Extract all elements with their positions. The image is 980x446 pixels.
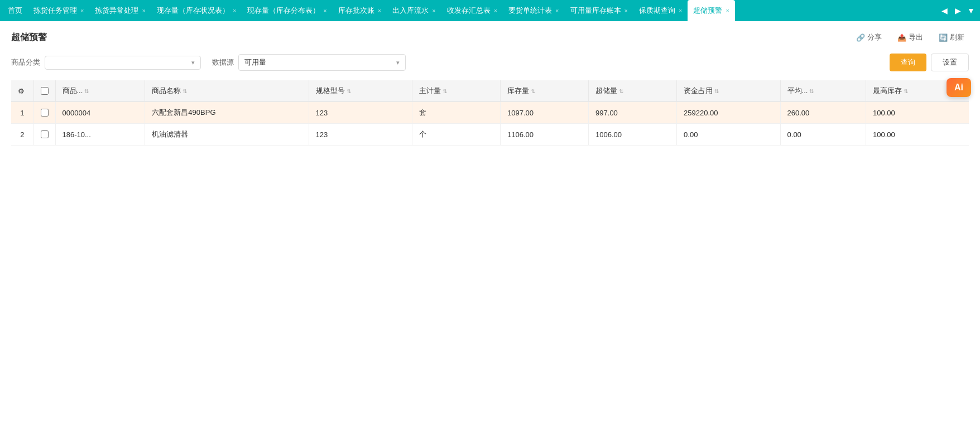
cell-stock: 1106.00	[501, 124, 589, 146]
table-header-row: ⚙ 商品... ⇅ 商品名称 ⇅	[11, 80, 969, 102]
sort-icon: ⇅	[619, 88, 623, 94]
datasource-value: 可用量	[244, 57, 266, 67]
sort-icon: ⇅	[904, 88, 908, 94]
row-checkbox-cell	[33, 102, 55, 124]
sort-icon: ⇅	[531, 88, 535, 94]
nav-item-home[interactable]: 首页	[2, 0, 28, 21]
close-icon[interactable]: ×	[679, 7, 682, 14]
cell-unit: 个	[412, 124, 501, 146]
cell-name: 机油滤清器	[145, 124, 309, 146]
category-select[interactable]: ▾	[45, 56, 201, 70]
close-icon[interactable]: ×	[494, 7, 497, 14]
nav-item-available[interactable]: 可用量库存账本 ×	[565, 0, 633, 21]
category-filter: 商品分类 ▾	[11, 56, 201, 70]
sort-icon: ⇅	[347, 88, 351, 94]
chevron-down-icon: ▾	[396, 59, 400, 66]
sort-icon: ⇅	[182, 88, 187, 94]
cell-over: 1006.00	[589, 124, 677, 146]
datasource-filter: 数据源 可用量 ▾	[212, 54, 406, 71]
cell-avg: 0.00	[780, 124, 866, 146]
cell-avg: 260.00	[780, 102, 866, 124]
chevron-down-icon: ▾	[191, 59, 195, 66]
nav-item-overstock[interactable]: 超储预警 ×	[688, 0, 734, 21]
cell-capital: 0.00	[677, 124, 780, 146]
cell-max: 100.00	[866, 102, 969, 124]
export-icon: 📤	[897, 33, 906, 42]
nav-item-pick-task[interactable]: 拣货任务管理 ×	[28, 0, 89, 21]
sort-icon: ⇅	[809, 88, 814, 94]
row-checkbox[interactable]	[41, 109, 49, 117]
select-all-checkbox[interactable]	[41, 87, 49, 95]
close-icon[interactable]: ×	[233, 7, 236, 14]
nav-item-summary[interactable]: 收发存汇总表 ×	[441, 0, 503, 21]
refresh-icon: 🔄	[939, 33, 948, 42]
column-settings[interactable]: ⚙	[11, 80, 33, 102]
column-name[interactable]: 商品名称 ⇅	[145, 80, 309, 102]
top-navigation: 首页 拣货任务管理 × 拣货异常处理 × 现存量（库存状况表） × 现存量（库存…	[0, 0, 980, 21]
gear-icon[interactable]: ⚙	[18, 87, 25, 95]
sort-icon: ⇅	[443, 88, 447, 94]
column-capital[interactable]: 资金占用 ⇅	[677, 80, 780, 102]
column-over[interactable]: 超储量 ⇅	[589, 80, 677, 102]
close-icon[interactable]: ×	[555, 7, 559, 14]
table-row: 2 186-10... 机油滤清器 123 个 1106.00 1006.00 …	[11, 124, 969, 146]
row-number: 2	[11, 124, 33, 146]
sort-icon: ⇅	[84, 88, 89, 94]
nav-more-button[interactable]: ▼	[964, 0, 978, 21]
nav-item-stock-dist[interactable]: 现存量（库存分布表） ×	[242, 0, 332, 21]
category-label: 商品分类	[11, 57, 40, 67]
nav-item-batch[interactable]: 库存批次账 ×	[333, 0, 387, 21]
sort-icon: ⇅	[714, 88, 719, 94]
cell-max: 100.00	[866, 124, 969, 146]
nav-item-stock-status[interactable]: 现存量（库存状况表） ×	[151, 0, 242, 21]
data-table: ⚙ 商品... ⇅ 商品名称 ⇅	[11, 80, 969, 146]
cell-code: 186-10...	[55, 124, 145, 146]
ai-button[interactable]: Ai	[947, 78, 971, 97]
close-icon[interactable]: ×	[624, 7, 628, 14]
nav-item-pick-exception[interactable]: 拣货异常处理 ×	[89, 0, 151, 21]
cell-stock: 1097.00	[501, 102, 589, 124]
column-stock[interactable]: 库存量 ⇅	[501, 80, 589, 102]
column-code[interactable]: 商品... ⇅	[55, 80, 145, 102]
row-checkbox-cell	[33, 124, 55, 146]
column-avg[interactable]: 平均... ⇅	[780, 80, 866, 102]
column-checkbox	[33, 80, 55, 102]
share-button[interactable]: 🔗 分享	[852, 30, 886, 45]
cell-spec: 123	[309, 124, 412, 146]
close-icon[interactable]: ×	[726, 7, 729, 14]
settings-button[interactable]: 设置	[931, 54, 969, 71]
close-icon[interactable]: ×	[80, 7, 84, 14]
datasource-label: 数据源	[212, 57, 234, 67]
cell-unit: 套	[412, 102, 501, 124]
query-button[interactable]: 查询	[890, 54, 926, 71]
close-icon[interactable]: ×	[323, 7, 326, 14]
nav-next-button[interactable]: ▶	[951, 0, 964, 21]
close-icon[interactable]: ×	[142, 7, 145, 14]
nav-item-expiry[interactable]: 保质期查询 ×	[633, 0, 688, 21]
page-header: 超储预警 🔗 分享 📤 导出 🔄 刷新	[11, 30, 969, 45]
main-content: 超储预警 🔗 分享 📤 导出 🔄 刷新 商品分类 ▾ 数据	[0, 21, 980, 446]
export-button[interactable]: 📤 导出	[893, 30, 928, 45]
row-number: 1	[11, 102, 33, 124]
share-icon: 🔗	[856, 33, 865, 42]
row-checkbox[interactable]	[41, 130, 49, 138]
cell-spec: 123	[309, 102, 412, 124]
datasource-select[interactable]: 可用量 ▾	[238, 54, 406, 71]
page-title: 超储预警	[11, 32, 47, 43]
close-icon[interactable]: ×	[432, 7, 435, 14]
column-unit[interactable]: 主计量 ⇅	[412, 80, 501, 102]
nav-item-order-stat[interactable]: 要货单统计表 ×	[503, 0, 564, 21]
table-row: 1 0000004 六配套新昌490BPG 123 套 1097.00 997.…	[11, 102, 969, 124]
header-actions: 🔗 分享 📤 导出 🔄 刷新	[852, 30, 969, 45]
nav-prev-button[interactable]: ◀	[938, 0, 951, 21]
filter-row: 商品分类 ▾ 数据源 可用量 ▾ 查询 设置	[11, 54, 969, 71]
cell-name: 六配套新昌490BPG	[145, 102, 309, 124]
close-icon[interactable]: ×	[378, 7, 381, 14]
cell-capital: 259220.00	[677, 102, 780, 124]
cell-over: 997.00	[589, 102, 677, 124]
column-spec[interactable]: 规格型号 ⇅	[309, 80, 412, 102]
refresh-button[interactable]: 🔄 刷新	[934, 30, 969, 45]
nav-item-flow[interactable]: 出入库流水 ×	[387, 0, 441, 21]
cell-code: 0000004	[55, 102, 145, 124]
filter-buttons: 查询 设置	[890, 54, 969, 71]
